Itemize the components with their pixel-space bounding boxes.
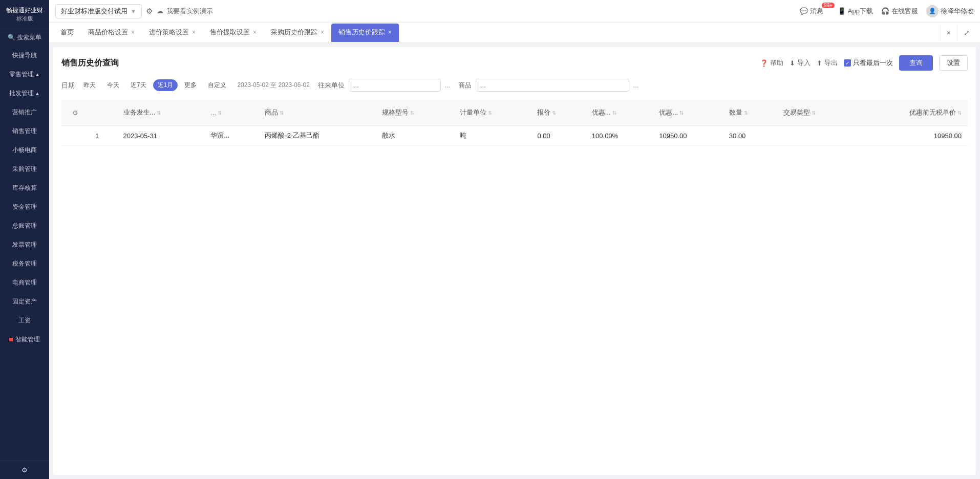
message-badge: 99+ xyxy=(822,3,835,8)
only-last-checkbox[interactable]: 只看最后一次 xyxy=(844,58,893,68)
sidebar-item-label: 资金管理 xyxy=(12,203,37,210)
sort-icon: ⇅ xyxy=(488,110,492,116)
sidebar-item-quick-nav[interactable]: 快捷导航 xyxy=(0,46,49,65)
maximize-window-button[interactable]: ⤢ xyxy=(957,25,976,41)
chevron-up-icon: ▲ xyxy=(35,72,40,77)
td-pretax-price: 10950.00 xyxy=(855,126,968,146)
module-selector[interactable]: 好业财标准版交付试用 ▼ xyxy=(55,4,142,18)
sidebar-item-purchase[interactable]: 采购管理 xyxy=(0,160,49,179)
tab-purchase-strategy[interactable]: 进价策略设置 × xyxy=(142,24,203,42)
sidebar-item-sales[interactable]: 销售管理 xyxy=(0,122,49,141)
tab-purchase-history[interactable]: 采购历史价跟踪 × xyxy=(264,24,331,42)
sidebar-item-smart[interactable]: 智能管理 xyxy=(0,330,49,349)
tab-close-purchase-history[interactable]: × xyxy=(321,29,324,36)
tab-sale-history[interactable]: 销售历史价跟踪 × xyxy=(331,24,399,42)
sidebar: 畅捷通好业财 标准版 🔍 搜索菜单 快捷导航 零售管理 ▲ 批发管理 ▲ 营销推… xyxy=(0,0,49,479)
th-unit[interactable]: 计量单位 ⇅ xyxy=(454,100,531,126)
sort-icon: ⇅ xyxy=(157,110,161,116)
sidebar-item-ecommerce-small[interactable]: 小畅电商 xyxy=(0,141,49,160)
help-button[interactable]: ❓ 帮助 xyxy=(760,58,783,68)
td-gear xyxy=(61,126,89,146)
query-button[interactable]: 查询 xyxy=(899,55,933,71)
content-area: 销售历史价查询 ❓ 帮助 ⬇ 导入 ⬆ 导出 只看最后一次 查询 xyxy=(53,47,976,475)
date-btn-1month[interactable]: 近1月 xyxy=(153,79,178,91)
sidebar-item-ledger[interactable]: 总账管理 xyxy=(0,216,49,235)
user-menu[interactable]: 👤 徐泽华修改 xyxy=(926,5,974,17)
demo-button[interactable]: ☁ 我要看实例演示 xyxy=(157,7,213,16)
table-header-row: ⚙ 业务发生... ⇅ ... ⇅ xyxy=(61,100,968,126)
tab-purchase-history-label: 采购历史价跟踪 xyxy=(271,28,317,37)
date-btn-custom[interactable]: 自定义 xyxy=(203,79,231,91)
message-label: 消息 xyxy=(810,7,823,16)
sidebar-item-retail[interactable]: 零售管理 ▲ xyxy=(0,65,49,84)
app-download-button[interactable]: 📱 App下载 xyxy=(838,7,873,16)
tab-close-price[interactable]: × xyxy=(131,29,135,36)
date-btn-more[interactable]: 更多 xyxy=(180,79,201,91)
sidebar-item-label: 采购管理 xyxy=(12,165,37,172)
date-options: 昨天 今天 近7天 近1月 更多 自定义 xyxy=(79,79,231,91)
export-button[interactable]: ⬆ 导出 xyxy=(817,58,838,68)
sidebar-item-marketing[interactable]: 营销推广 xyxy=(0,103,49,122)
tab-close-sale-extract[interactable]: × xyxy=(253,29,257,36)
th-discount-amt[interactable]: 优惠... ⇅ xyxy=(653,100,723,126)
source-more-btn[interactable]: ... xyxy=(445,82,450,89)
th-discount-pct[interactable]: 优惠... ⇅ xyxy=(586,100,653,126)
tab-sale-extract[interactable]: 售价提取设置 × xyxy=(203,24,264,42)
th-col3[interactable]: ... ⇅ xyxy=(204,100,259,126)
data-table: ⚙ 业务发生... ⇅ ... ⇅ xyxy=(61,100,968,146)
tab-close-sale-history[interactable]: × xyxy=(388,29,392,36)
date-btn-7days[interactable]: 近7天 xyxy=(126,79,151,91)
message-button[interactable]: 💬 消息 99+ xyxy=(800,7,829,16)
phone-icon: 📱 xyxy=(838,7,846,15)
td-no: 1 xyxy=(89,126,117,146)
th-product[interactable]: 商品 ⇅ xyxy=(259,100,375,126)
sidebar-item-inventory[interactable]: 库存核算 xyxy=(0,179,49,198)
headset-icon: 🎧 xyxy=(881,7,889,15)
import-button[interactable]: ⬇ 导入 xyxy=(790,58,811,68)
product-more-btn[interactable]: ... xyxy=(633,82,638,89)
online-service-button[interactable]: 🎧 在线客服 xyxy=(881,7,918,16)
avatar: 👤 xyxy=(926,5,939,17)
th-date[interactable]: 业务发生... ⇅ xyxy=(117,100,205,126)
table-settings-icon[interactable]: ⚙ xyxy=(68,105,83,120)
th-trade-type-label: 交易类型 xyxy=(783,108,810,117)
sidebar-item-label: 销售管理 xyxy=(12,127,37,135)
sort-icon: ⇅ xyxy=(410,110,414,116)
th-pretax-price-label: 优惠前无税单价 xyxy=(909,108,956,117)
source-filter: 往来单位 ... xyxy=(318,79,450,92)
tab-close-purchase-strategy[interactable]: × xyxy=(192,29,196,36)
sidebar-settings-button[interactable]: ⚙ xyxy=(0,461,49,479)
tab-price[interactable]: 商品价格设置 × xyxy=(81,24,142,42)
th-qty[interactable]: 数量 ⇅ xyxy=(723,100,777,126)
close-window-button[interactable]: × xyxy=(940,25,957,41)
sidebar-item-fixed-assets[interactable]: 固定资产 xyxy=(0,292,49,311)
import-label: 导入 xyxy=(797,58,811,68)
sidebar-item-finance[interactable]: 资金管理 xyxy=(0,198,49,216)
tab-price-label: 商品价格设置 xyxy=(88,28,128,37)
date-btn-yesterday[interactable]: 昨天 xyxy=(79,79,100,91)
sidebar-item-wholesale[interactable]: 批发管理 ▲ xyxy=(0,84,49,103)
date-btn-today[interactable]: 今天 xyxy=(102,79,124,91)
sidebar-search[interactable]: 🔍 搜索菜单 xyxy=(0,29,49,46)
td-unit: 吨 xyxy=(454,126,531,146)
th-trade-type[interactable]: 交易类型 ⇅ xyxy=(777,100,855,126)
sidebar-item-salary[interactable]: 工资 xyxy=(0,311,49,330)
export-icon: ⬆ xyxy=(817,59,822,67)
sidebar-item-ecommerce[interactable]: 电商管理 xyxy=(0,273,49,292)
tab-home[interactable]: 首页 xyxy=(53,24,81,42)
source-input[interactable] xyxy=(349,79,441,92)
product-input[interactable] xyxy=(476,79,629,92)
th-spec[interactable]: 规格型号 ⇅ xyxy=(376,100,454,126)
th-pretax-price[interactable]: 优惠前无税单价 ⇅ xyxy=(855,100,968,126)
th-spec-label: 规格型号 xyxy=(382,108,409,117)
td-product: 丙烯酸-2-乙基己酯 xyxy=(259,126,375,146)
sidebar-item-tax[interactable]: 税务管理 xyxy=(0,254,49,273)
th-price[interactable]: 报价 ⇅ xyxy=(531,100,585,126)
gear-icon: ⚙ xyxy=(22,466,28,474)
filter-row: 日期 昨天 今天 近7天 近1月 更多 自定义 2023-05-02 至 202… xyxy=(61,79,968,92)
settings-button[interactable]: 设置 xyxy=(939,55,968,71)
checkbox-icon xyxy=(844,59,851,67)
th-product-label: 商品 xyxy=(265,108,278,117)
sidebar-item-invoice[interactable]: 发票管理 xyxy=(0,235,49,254)
topbar-settings-icon[interactable]: ⚙ xyxy=(146,7,153,16)
